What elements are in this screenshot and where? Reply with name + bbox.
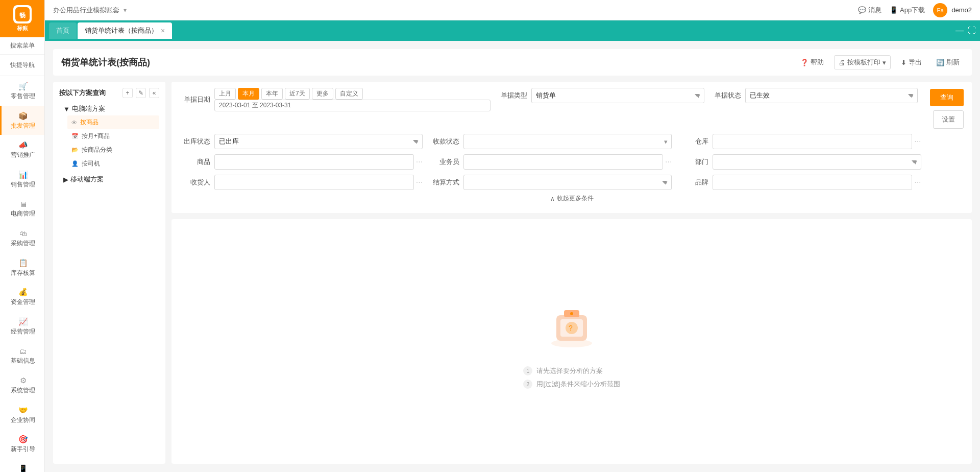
sidebar-item-system[interactable]: ⚙ 系统管理 bbox=[0, 370, 44, 400]
refresh-btn[interactable]: 🔄 刷新 bbox=[932, 56, 964, 69]
help-btn[interactable]: ❓ 帮助 bbox=[796, 56, 828, 69]
print-dropdown-icon[interactable]: ▾ bbox=[883, 59, 886, 66]
salesperson-label: 业务员 bbox=[429, 157, 459, 167]
sidebar-item-marketing[interactable]: 📣 营销推广 bbox=[0, 135, 44, 164]
date-tag-custom[interactable]: 自定义 bbox=[335, 88, 363, 100]
salesperson-input[interactable] bbox=[463, 154, 663, 170]
scheme-pc-label: 电脑端方案 bbox=[72, 104, 105, 113]
page-title: 销货单统计表(按商品) bbox=[61, 56, 150, 68]
header-dropdown-icon[interactable]: ▾ bbox=[124, 7, 127, 14]
quick-nav-label: 快捷导航 bbox=[10, 57, 35, 74]
system-icon: ⚙ bbox=[18, 375, 28, 386]
filter-panel: 按以下方案查询 + ✎ « ▼ 电脑端方案 bbox=[53, 82, 165, 464]
date-tag-7days[interactable]: 近7天 bbox=[285, 88, 310, 100]
warehouse-input[interactable] bbox=[713, 134, 912, 149]
out-status-input[interactable] bbox=[214, 134, 423, 149]
empty-tip-1: 1 请先选择要分析的方案 bbox=[523, 366, 620, 375]
sidebar-search-btn[interactable]: 搜索菜单 bbox=[0, 37, 44, 55]
product-input[interactable] bbox=[214, 154, 414, 170]
brand-input[interactable] bbox=[713, 175, 912, 190]
sidebar-item-purchase[interactable]: 🛍 采购管理 bbox=[0, 223, 44, 253]
scheme-mobile-group[interactable]: ▶ 移动端方案 bbox=[59, 173, 159, 186]
sidebar-item-ecommerce[interactable]: 🖥 电商管理 bbox=[0, 194, 44, 223]
recipient-label: 收货人 bbox=[180, 178, 210, 187]
maximize-btn[interactable]: ⛶ bbox=[968, 26, 976, 35]
scheme-by-product[interactable]: 👁 按商品 bbox=[67, 115, 159, 129]
filter-item-doc-type: 单据类型 ▾ bbox=[497, 88, 704, 103]
system-label: 系统管理 bbox=[11, 387, 35, 395]
collapse-panel-btn[interactable]: « bbox=[149, 88, 159, 98]
setting-btn[interactable]: 设置 bbox=[933, 110, 964, 129]
product-dots[interactable]: ··· bbox=[416, 157, 423, 167]
quick-nav-btn[interactable]: 快捷导航 bbox=[0, 55, 44, 76]
tab-home[interactable]: 首页 bbox=[49, 22, 77, 39]
content-area: 销货单统计表(按商品) ❓ 帮助 🖨 按模板打印 ▾ ⬇ 导出 bbox=[45, 41, 980, 472]
scheme-by-cashier[interactable]: 👤 按司机 bbox=[67, 157, 159, 171]
sidebar: 畅 标账 搜索菜单 快捷导航 🛒 零售管理 📦 批发管理 📣 营销推广 📊 销售… bbox=[0, 0, 45, 472]
scheme-by-category[interactable]: 📂 按商品分类 bbox=[67, 143, 159, 157]
dept-dropdown[interactable]: ▾ bbox=[914, 158, 917, 166]
sidebar-item-finance[interactable]: 💰 资金管理 bbox=[0, 282, 44, 312]
query-btn[interactable]: 查询 bbox=[930, 89, 964, 106]
message-btn[interactable]: 💬 消息 bbox=[858, 6, 881, 15]
edit-scheme-btn[interactable]: ✎ bbox=[136, 88, 146, 98]
sidebar-item-sales[interactable]: 📊 销售管理 bbox=[0, 164, 44, 194]
date-tag-last-month[interactable]: 上月 bbox=[214, 88, 236, 100]
salesperson-dots[interactable]: ··· bbox=[665, 157, 672, 167]
minimize-btn[interactable]: — bbox=[955, 26, 964, 35]
tab-bar: 首页 销货单统计表（按商品） × — ⛶ bbox=[45, 20, 980, 41]
help-icon: ❓ bbox=[800, 59, 808, 66]
sidebar-item-inventory[interactable]: 📋 库存核算 bbox=[0, 253, 44, 282]
sidebar-item-retail[interactable]: 🛒 零售管理 bbox=[0, 76, 44, 106]
logo-icon: 畅 bbox=[13, 5, 32, 23]
svg-text:畅: 畅 bbox=[19, 12, 26, 19]
sidebar-item-wholesale[interactable]: 📦 批发管理 bbox=[0, 106, 44, 135]
date-tag-this-month[interactable]: 本月 bbox=[238, 88, 259, 100]
out-status-dropdown[interactable]: ▾ bbox=[415, 138, 419, 146]
tab-stats[interactable]: 销货单统计表（按商品） × bbox=[78, 22, 172, 39]
logo-text: 标账 bbox=[17, 25, 28, 32]
user-area[interactable]: Ea demo2 bbox=[933, 3, 972, 17]
sidebar-item-apps[interactable]: 📱 应用中心 bbox=[0, 459, 44, 472]
warehouse-dots[interactable]: ··· bbox=[914, 137, 921, 146]
folder-icon: 📂 bbox=[71, 147, 79, 153]
doc-type-input[interactable] bbox=[531, 88, 704, 103]
dept-input[interactable] bbox=[713, 154, 921, 170]
settlement-dropdown[interactable]: ▾ bbox=[664, 179, 668, 186]
filter-panel-header: 按以下方案查询 + ✎ « bbox=[59, 88, 159, 98]
sidebar-item-guide[interactable]: 🎯 新手引导 bbox=[0, 429, 44, 459]
scheme-pc-group[interactable]: ▼ 电脑端方案 bbox=[59, 102, 159, 115]
payment-status-input[interactable] bbox=[463, 134, 672, 149]
date-tag-more[interactable]: 更多 bbox=[312, 88, 333, 100]
doc-status-dropdown[interactable]: ▾ bbox=[910, 92, 914, 100]
date-tag-this-year[interactable]: 本年 bbox=[261, 88, 283, 100]
eye-icon: 👁 bbox=[71, 120, 77, 126]
export-btn[interactable]: ⬇ 导出 bbox=[897, 56, 926, 69]
scheme-by-month-product[interactable]: 📅 按月+商品 bbox=[67, 129, 159, 143]
sidebar-item-company[interactable]: 🤝 企业协同 bbox=[0, 400, 44, 430]
date-range-display[interactable]: 2023-03-01 至 2023-03-31 bbox=[214, 100, 491, 111]
app-download-btn[interactable]: 📱 App下载 bbox=[890, 6, 925, 15]
collapse-btn[interactable]: ∧ 收起更多条件 bbox=[180, 190, 964, 207]
logo-area[interactable]: 畅 标账 bbox=[0, 0, 44, 37]
page-container: 销货单统计表(按商品) ❓ 帮助 🖨 按模板打印 ▾ ⬇ 导出 bbox=[45, 41, 980, 472]
scheme-by-month-product-label: 按月+商品 bbox=[82, 132, 110, 140]
settlement-input[interactable] bbox=[463, 175, 672, 190]
ecommerce-label: 电商管理 bbox=[11, 210, 35, 218]
scheme-mobile-section: ▶ 移动端方案 bbox=[59, 173, 159, 186]
doc-type-label: 单据类型 bbox=[497, 91, 527, 100]
recipient-input[interactable] bbox=[214, 175, 414, 190]
tab-close-btn[interactable]: × bbox=[161, 27, 165, 34]
add-scheme-btn[interactable]: + bbox=[122, 88, 133, 98]
brand-dots[interactable]: ··· bbox=[914, 178, 921, 187]
print-btn[interactable]: 🖨 按模板打印 ▾ bbox=[834, 55, 891, 69]
recipient-dots[interactable]: ··· bbox=[416, 178, 423, 187]
doc-type-dropdown[interactable]: ▾ bbox=[697, 92, 700, 100]
payment-status-dropdown[interactable]: ▾ bbox=[664, 138, 668, 146]
sidebar-item-basic[interactable]: 🗂 基础信息 bbox=[0, 341, 44, 370]
tab-actions: — ⛶ bbox=[955, 26, 976, 35]
doc-status-input[interactable] bbox=[745, 88, 918, 103]
action-buttons: 查询 设置 bbox=[930, 88, 964, 129]
date-label: 单据日期 bbox=[180, 95, 210, 104]
sidebar-item-operations[interactable]: 📈 经营管理 bbox=[0, 312, 44, 341]
